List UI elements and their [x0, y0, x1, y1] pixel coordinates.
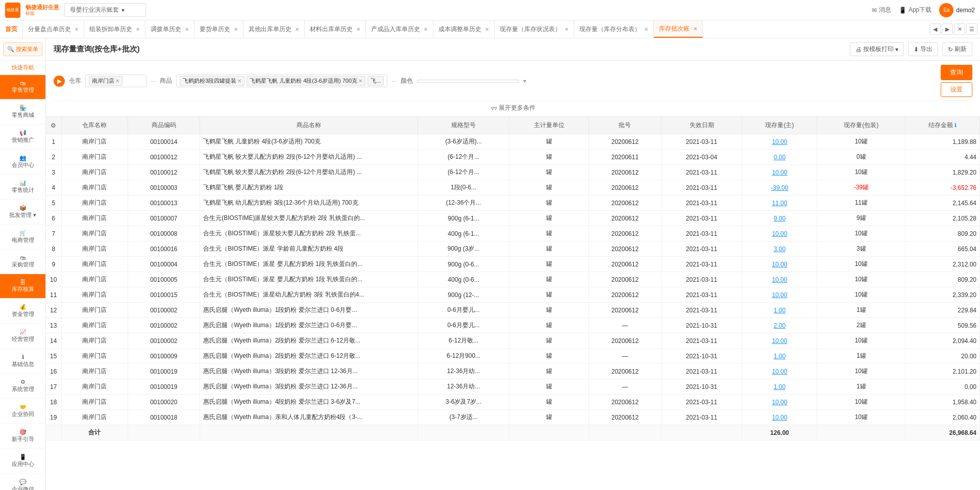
tab-close-btn[interactable]: ✕: [954, 23, 965, 35]
sidebar-item-purchase[interactable]: 🛍 采购管理: [0, 250, 45, 274]
color-dropdown-icon[interactable]: ▾: [523, 78, 526, 85]
tab-xiancunliang1[interactable]: 现存量（库存状况表） ✕: [495, 20, 574, 38]
cell-qty-main[interactable]: 10.00: [742, 333, 817, 349]
close-icon[interactable]: ✕: [644, 27, 648, 32]
quick-nav-btn[interactable]: 快捷导航: [0, 61, 45, 75]
close-icon[interactable]: ✕: [136, 27, 140, 32]
system-icon: ⚙: [3, 379, 43, 385]
close-icon[interactable]: ✕: [295, 27, 299, 32]
cell-qty-main[interactable]: 2.00: [742, 318, 817, 333]
sidebar-item-guide[interactable]: 🎯 新手引导: [0, 424, 45, 449]
tab-chenben[interactable]: 成本调整单历史 ✕: [433, 20, 495, 38]
cell-qty-main[interactable]: 10.00: [742, 364, 817, 379]
tab-menu-btn[interactable]: ☰: [966, 23, 977, 35]
sidebar-item-member[interactable]: 👥 会员中心: [0, 150, 45, 175]
tab-yaohuo[interactable]: 要货单历史 ✕: [194, 20, 243, 38]
tab-xiancunliang2[interactable]: 现存量（库存分布表） ✕: [574, 20, 654, 38]
sidebar-item-wholesale[interactable]: 📦 批发管理 ▾: [0, 200, 45, 225]
goods-more-icon[interactable]: ···: [391, 78, 397, 85]
cell-qty-main[interactable]: -39.00: [742, 180, 817, 195]
sidebar-item-inventory[interactable]: 🗄 库存核算: [0, 274, 45, 299]
warehouse-more-icon[interactable]: ···: [151, 78, 156, 85]
sidebar-item-retail[interactable]: 🛍 零售管理: [0, 75, 45, 100]
amount-info-icon[interactable]: ℹ: [954, 122, 957, 128]
cell-qty-main[interactable]: 3.00: [742, 241, 817, 257]
export-btn[interactable]: ⬇ 导出: [908, 42, 938, 56]
cell-qty-main[interactable]: 10.00: [742, 410, 817, 425]
close-icon[interactable]: ✕: [693, 26, 697, 32]
cell-unit: 罐: [509, 349, 589, 364]
wechat-label: 企业微信: [3, 485, 43, 490]
sidebar-item-ecom[interactable]: 🛒 电商管理: [0, 225, 45, 250]
tab-cailiao[interactable]: 材料出库单历史 ✕: [305, 20, 366, 38]
close-icon[interactable]: ✕: [75, 27, 79, 32]
account-dropdown[interactable]: 母婴行业演示账套 ▾: [64, 3, 146, 17]
cell-qty-main[interactable]: 11.00: [742, 195, 817, 211]
tab-diaopo[interactable]: 调拨单历史 ✕: [145, 20, 194, 38]
close-icon[interactable]: ✕: [485, 27, 489, 32]
cell-qty-main[interactable]: 1.00: [742, 379, 817, 395]
cell-qty-main[interactable]: 0.00: [742, 150, 817, 165]
tab-chengpin[interactable]: 产成品入库单历史 ✕: [366, 20, 433, 38]
tab-zuzhuang[interactable]: 组装拆卸单历史 ✕: [84, 20, 145, 38]
search-menu-btn[interactable]: 🔍 搜索菜单: [3, 42, 42, 56]
sidebar-item-operation[interactable]: 📈 经营管理: [0, 324, 45, 349]
goods-tag-2-remove-icon[interactable]: ✕: [358, 78, 362, 84]
tab-prev-btn[interactable]: ◀: [929, 23, 941, 35]
app-download-btn[interactable]: 📱 App下载: [899, 6, 932, 14]
sidebar-item-store[interactable]: 🏪 零售商城: [0, 100, 45, 125]
print-btn[interactable]: 🖨 按模板打印 ▾: [850, 42, 904, 56]
col-setting[interactable]: ⚙: [46, 117, 61, 134]
tab-fenliangpandan[interactable]: 分量盘点单历史 ✕: [23, 20, 84, 38]
cell-warehouse: 南岸门店: [61, 180, 128, 195]
close-icon[interactable]: ✕: [424, 27, 428, 32]
sidebar-item-basic[interactable]: ℹ 基础信息: [0, 349, 45, 374]
sidebar-item-collab[interactable]: 🤝 企业协同: [0, 399, 45, 424]
cell-unit: 罐: [509, 150, 589, 165]
sidebar-item-finance[interactable]: 💰 资金管理: [0, 299, 45, 324]
cell-qty-main[interactable]: 10.00: [742, 395, 817, 410]
setting-btn[interactable]: 设置: [941, 82, 972, 97]
cell-qty-main[interactable]: 10.00: [742, 287, 817, 303]
sidebar-item-marketing[interactable]: 📢 营销推广: [0, 125, 45, 150]
cell-qty-pkg: -39罐: [817, 180, 905, 195]
user-area[interactable]: Ea demo2: [939, 3, 975, 17]
query-btn[interactable]: 查询: [941, 65, 972, 80]
tab-next-btn[interactable]: ▶: [942, 23, 953, 35]
sidebar-item-stats[interactable]: 📊 零售统计: [0, 175, 45, 200]
top-actions: ✉ 消息 📱 App下载 Ea demo2: [872, 3, 975, 17]
color-filter[interactable]: [417, 80, 519, 83]
expand-arrow-btn[interactable]: ▶: [54, 76, 65, 87]
cell-qty-main[interactable]: 10.00: [742, 257, 817, 272]
close-icon[interactable]: ✕: [234, 27, 238, 32]
cell-qty-main[interactable]: 9.00: [742, 211, 817, 226]
quick-nav-label: 快捷导航: [12, 64, 34, 70]
cell-qty-main[interactable]: 10.00: [742, 134, 817, 150]
warehouse-filter[interactable]: 南岸门店 ✕: [85, 75, 146, 87]
sidebar-item-apps[interactable]: 📱 应用中心: [0, 449, 45, 474]
cell-qty-main[interactable]: 10.00: [742, 272, 817, 287]
cell-spec: 900g (12-...: [418, 287, 509, 303]
table-row: 19 南岸门店 00100018 惠氏启腿（Wyeth illuma）亲和人体儿…: [46, 410, 980, 425]
tab-kucun-pici[interactable]: 库存批次账 ✕: [654, 20, 703, 38]
sidebar-item-system[interactable]: ⚙ 系统管理: [0, 374, 45, 399]
tab-home[interactable]: 首页: [0, 20, 23, 38]
cell-qty-main[interactable]: 10.00: [742, 226, 817, 241]
close-icon[interactable]: ✕: [185, 27, 189, 32]
refresh-btn[interactable]: ↻ 刷新: [942, 42, 972, 56]
cell-qty-main[interactable]: 1.00: [742, 303, 817, 318]
goods-filter[interactable]: 飞鹤奶粉3段四罐提装 ✕ 飞鹤星飞帆 儿童奶粉 4段(3-6岁适用) 700克 …: [176, 75, 387, 87]
close-icon[interactable]: ✕: [356, 27, 360, 32]
goods-tag-1-remove-icon[interactable]: ✕: [237, 78, 241, 84]
cell-qty-main[interactable]: 10.00: [742, 165, 817, 180]
messages-btn[interactable]: ✉ 消息: [872, 6, 891, 14]
cell-warehouse: 南岸门店: [61, 257, 128, 272]
expand-more-btn[interactable]: ▿▿ 展开更多条件: [54, 100, 972, 112]
sidebar-item-wechat[interactable]: 💬 企业微信: [0, 474, 45, 490]
warehouse-tag-remove-icon[interactable]: ✕: [115, 78, 119, 84]
tab-qitachuku[interactable]: 其他出库单历史 ✕: [243, 20, 305, 38]
cell-no: 3: [46, 165, 61, 180]
cell-qty-main[interactable]: 1.00: [742, 349, 817, 364]
printer-icon: 🖨: [855, 46, 862, 53]
close-icon[interactable]: ✕: [565, 27, 569, 32]
